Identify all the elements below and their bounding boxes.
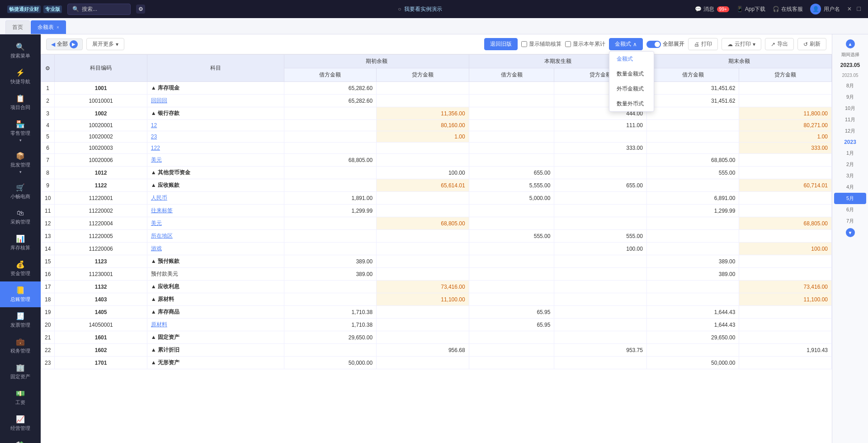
sidebar-item-quicknav[interactable]: ⚡ 快捷导航 xyxy=(0,64,41,90)
export-btn[interactable]: ↗ 导出 xyxy=(765,38,794,50)
sidebar-item-wholesale[interactable]: 📦 批发管理 ▾ xyxy=(0,147,41,179)
ytd-input[interactable] xyxy=(565,41,571,47)
row-code: 1405 xyxy=(55,306,147,319)
period-11[interactable]: 11月 xyxy=(834,114,866,125)
app-download-btn[interactable]: 📱 App下载 xyxy=(736,5,765,13)
sidebar-item-expense[interactable]: 💸 小畅报销 xyxy=(0,436,41,443)
row-subject[interactable]: 预付款美元 xyxy=(147,268,284,281)
row-no: 18 xyxy=(41,293,55,306)
period-up-btn[interactable]: ▲ xyxy=(846,39,855,48)
show-ytd-checkbox[interactable]: 显示本年累计 xyxy=(565,40,605,48)
menu-item-amount[interactable]: 金额式 xyxy=(609,52,654,67)
forward-arrow[interactable]: ▶ xyxy=(70,40,78,48)
row-subject[interactable]: 美元 xyxy=(147,217,284,230)
tab-balance-close[interactable]: × xyxy=(57,25,59,30)
tax-icon: 💼 xyxy=(16,338,25,346)
period-3[interactable]: 3月 xyxy=(834,170,866,181)
sidebar-item-assets[interactable]: 🏢 固定资产 xyxy=(0,359,41,385)
user-area[interactable]: 👤 用户名 xyxy=(810,4,840,14)
sidebar-item-payroll[interactable]: 💵 工资 xyxy=(0,385,41,410)
window-close-btn[interactable]: × xyxy=(847,5,851,13)
period-2[interactable]: 2月 xyxy=(834,159,866,170)
print-btn[interactable]: 🖨 打印 xyxy=(688,38,718,50)
online-service-btn[interactable]: 🎧 在线客服 xyxy=(773,5,803,13)
subject-link[interactable]: 23 xyxy=(151,133,157,140)
subject-link[interactable]: 回回回 xyxy=(151,97,167,104)
row-subject[interactable]: 往来标签 xyxy=(147,205,284,217)
row-open-credit xyxy=(377,205,469,217)
row-open-debit: 65,282.60 xyxy=(284,95,377,107)
subject-link[interactable]: 美元 xyxy=(151,220,162,226)
window-max-btn[interactable]: □ xyxy=(857,5,861,13)
period-2023-label[interactable]: 2023 xyxy=(834,137,866,148)
subject-link[interactable]: 原材料 xyxy=(151,321,167,328)
back-arrow[interactable]: ◀ xyxy=(51,41,55,48)
row-subject[interactable]: 回回回 xyxy=(147,95,284,107)
period-8[interactable]: 8月 xyxy=(834,80,866,91)
sidebar-item-management[interactable]: 📈 经营管理 xyxy=(0,410,41,436)
period-9[interactable]: 9月 xyxy=(834,91,866,103)
period-down-btn[interactable]: ▼ xyxy=(846,228,855,237)
amount-mode-dropdown[interactable]: 金额式 ∧ 金额式 数量金额式 外币金额式 数量外币式 xyxy=(609,38,643,50)
row-open-debit xyxy=(284,131,377,143)
row-subject[interactable]: 游戏 xyxy=(147,243,284,255)
row-close-credit xyxy=(739,154,832,167)
expand-more-btn[interactable]: 展开更多 ▾ xyxy=(86,38,124,50)
subject-link[interactable]: 美元 xyxy=(151,157,162,163)
period-sub-2023[interactable]: 2023.05 xyxy=(834,71,866,80)
row-subject[interactable]: 12 xyxy=(147,120,284,131)
row-no: 8 xyxy=(41,167,55,179)
sidebar-item-tax[interactable]: 💼 税务管理 xyxy=(0,333,41,359)
cloud-print-btn[interactable]: ☁ 云打印 ▾ xyxy=(722,38,761,50)
row-subject[interactable]: 原材料 xyxy=(147,319,284,331)
period-5[interactable]: 5月 xyxy=(834,193,866,204)
sidebar-item-ecommerce[interactable]: 🛒 小畅电商 xyxy=(0,179,41,205)
sidebar-item-inventory[interactable]: 📊 库存核算 xyxy=(0,230,41,256)
subject-link[interactable]: 游戏 xyxy=(151,245,162,252)
return-old-btn[interactable]: 退回旧版 xyxy=(484,38,518,50)
row-open-credit: 65,614.01 xyxy=(377,179,469,192)
refresh-btn[interactable]: ↺ 刷新 xyxy=(797,38,826,50)
sidebar-item-search[interactable]: 🔍 搜索菜单 xyxy=(0,38,41,64)
period-7[interactable]: 7月 xyxy=(834,215,866,227)
sidebar-item-invoice[interactable]: 🧾 发票管理 xyxy=(0,307,41,333)
auxiliary-input[interactable] xyxy=(521,41,527,47)
demo-text[interactable]: 我要看实例演示 xyxy=(404,5,442,13)
period-year-2023[interactable]: 2023.05 xyxy=(834,60,866,71)
subject-link[interactable]: 12 xyxy=(151,122,157,129)
notification-area[interactable]: 💬 消息 99+ xyxy=(695,5,729,13)
sidebar-item-funds[interactable]: 💰 资金管理 xyxy=(0,256,41,281)
subject-link[interactable]: 人民币 xyxy=(151,195,167,201)
period-6[interactable]: 6月 xyxy=(834,204,866,215)
tab-balance[interactable]: 余额表 × xyxy=(31,20,66,34)
row-subject[interactable]: 23 xyxy=(147,131,284,143)
row-subject[interactable]: 美元 xyxy=(147,154,284,167)
show-auxiliary-checkbox[interactable]: 显示辅助核算 xyxy=(521,40,561,48)
sidebar-item-retail[interactable]: 🏪 零售管理 ▾ xyxy=(0,115,41,147)
sidebar-item-purchase[interactable]: 🛍 采购管理 xyxy=(0,205,41,230)
menu-item-qty-foreign[interactable]: 数量外币式 xyxy=(609,96,654,111)
period-1[interactable]: 1月 xyxy=(834,148,866,159)
sidebar-item-project[interactable]: 📋 项目合同 xyxy=(0,90,41,115)
subject-link[interactable]: 所在地区 xyxy=(151,233,173,239)
subject-link[interactable]: 往来标签 xyxy=(151,207,173,214)
settings-icon[interactable]: ⚙ xyxy=(136,5,145,14)
menu-item-qty-amount[interactable]: 数量金额式 xyxy=(609,67,654,81)
row-period-debit xyxy=(469,143,554,154)
period-4[interactable]: 4月 xyxy=(834,181,866,193)
menu-item-foreign-amount[interactable]: 外币金额式 xyxy=(609,81,654,96)
row-subject[interactable]: 人民币 xyxy=(147,192,284,205)
row-period-debit: 65.95 xyxy=(469,306,554,319)
row-subject[interactable]: 所在地区 xyxy=(147,230,284,243)
sidebar-item-ledger[interactable]: 📒 总账管理 xyxy=(0,281,41,307)
period-10[interactable]: 10月 xyxy=(834,103,866,114)
row-subject[interactable]: 122 xyxy=(147,143,284,154)
period-12[interactable]: 12月 xyxy=(834,125,866,137)
expand-all-toggle[interactable]: 全部展开 xyxy=(646,40,684,48)
search-bar[interactable]: 🔍 搜索... xyxy=(67,4,131,15)
col-settings[interactable]: ⚙ xyxy=(41,55,55,82)
subject-link[interactable]: 122 xyxy=(151,145,160,151)
tab-home[interactable]: 首页 xyxy=(5,20,30,34)
amount-mode-btn[interactable]: 金额式 ∧ xyxy=(609,38,643,50)
toggle-switch[interactable] xyxy=(646,41,661,48)
